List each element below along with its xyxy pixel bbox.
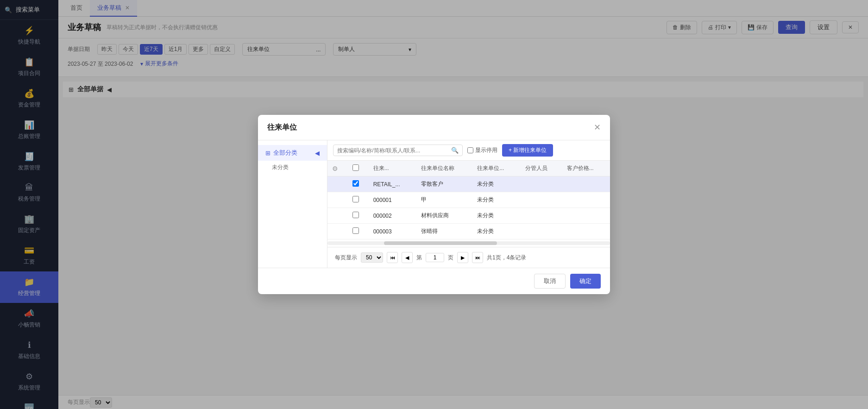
dialog-toolbar: 🔍 显示停用 + 新增往来单位 [327,140,610,161]
per-page-label: 每页显示 [335,254,357,262]
dialog-left-panel: ⊞ 全部分类 ◀ 未分类 [258,140,327,268]
show-disabled-label: 显示停用 [475,146,497,154]
row-manager [521,176,562,192]
row-code: 000003 [369,224,416,239]
cancel-button[interactable]: 取消 [534,274,566,289]
row-code: 000002 [369,208,416,224]
all-category-label: 全部分类 [273,149,297,157]
table-row[interactable]: 000003 张晴得 未分类 [327,224,610,239]
row-select-checkbox[interactable] [352,227,359,234]
dialog-header: 往来单位 ✕ [258,115,610,140]
row-price [562,224,610,239]
row-manager [521,224,562,239]
row-gear [327,176,348,192]
scrollbar-thumb[interactable] [384,241,497,245]
table-header: ⚙ 往来... 往来单位名称 往来单位... 分管人员 客户价格... [327,161,610,176]
search-box[interactable]: 🔍 [333,145,463,156]
select-all-checkbox[interactable] [352,164,359,171]
table-row[interactable]: RETAIL_... 零散客户 未分类 [327,176,610,192]
row-name: 材料供应商 [416,208,473,224]
table-row[interactable]: 000002 材料供应商 未分类 [327,208,610,224]
dialog-right-panel: 🔍 显示停用 + 新增往来单位 ⚙ [327,140,610,268]
first-page-button[interactable]: ⏮ [387,252,398,263]
row-code: RETAIL_... [369,176,416,192]
search-input[interactable] [337,147,448,154]
add-partner-button[interactable]: + 新增往来单位 [502,144,553,157]
uncategorized-item[interactable]: 未分类 [258,161,327,174]
disabled-checkbox[interactable] [467,147,473,153]
row-name: 零散客户 [416,176,473,192]
next-page-button[interactable]: ▶ [457,252,468,263]
table-scroll[interactable]: ⚙ 往来... 往来单位名称 往来单位... 分管人员 客户价格... [327,161,610,239]
horizontal-scrollbar[interactable] [327,241,610,245]
row-gear [327,208,348,224]
page-label-after: 页 [448,254,453,262]
last-page-button[interactable]: ⏭ [472,252,483,263]
row-gear [327,192,348,208]
row-checkbox[interactable] [348,208,369,224]
all-category-item[interactable]: ⊞ 全部分类 ◀ [258,145,327,161]
search-icon: 🔍 [451,147,459,154]
uncategorized-label: 未分类 [272,164,289,170]
row-gear [327,224,348,239]
show-disabled-checkbox[interactable]: 显示停用 [467,146,497,154]
partner-dialog: 往来单位 ✕ ⊞ 全部分类 ◀ 未分类 [258,115,610,294]
row-manager [521,208,562,224]
pagination-bar: 每页显示 50 ⏮ ◀ 第 页 ▶ ⏭ 共1页，4条记录 [327,247,610,268]
grid-icon: ⊞ [265,150,270,157]
row-category: 未分类 [472,208,520,224]
col-gear[interactable]: ⚙ [327,161,348,176]
row-select-checkbox[interactable] [352,180,359,187]
col-price[interactable]: 客户价格... [562,161,610,176]
table-body: RETAIL_... 零散客户 未分类 000001 甲 [327,176,610,239]
row-name: 甲 [416,192,473,208]
dialog-overlay[interactable]: 往来单位 ✕ ⊞ 全部分类 ◀ 未分类 [0,0,868,409]
col-name[interactable]: 往来单位名称 [416,161,473,176]
row-checkbox[interactable] [348,224,369,239]
page-number-input[interactable] [426,253,444,262]
prev-page-button[interactable]: ◀ [402,252,413,263]
table-header-row: ⚙ 往来... 往来单位名称 往来单位... 分管人员 客户价格... [327,161,610,176]
row-name: 张晴得 [416,224,473,239]
row-price [562,208,610,224]
collapse-icon: ◀ [315,150,320,157]
dialog-body: ⊞ 全部分类 ◀ 未分类 🔍 显示停用 [258,140,610,268]
row-price [562,192,610,208]
row-checkbox[interactable] [348,192,369,208]
dialog-footer: 取消 确定 [258,268,610,294]
col-code[interactable]: 往来... [369,161,416,176]
partner-table: ⚙ 往来... 往来单位名称 往来单位... 分管人员 客户价格... [327,161,610,239]
per-page-select[interactable]: 50 [361,252,383,263]
row-category: 未分类 [472,192,520,208]
row-manager [521,192,562,208]
row-checkbox[interactable] [348,176,369,192]
row-select-checkbox[interactable] [352,212,359,218]
row-price [562,176,610,192]
table-row[interactable]: 000001 甲 未分类 [327,192,610,208]
dialog-close-button[interactable]: ✕ [594,122,601,132]
col-manager[interactable]: 分管人员 [521,161,562,176]
dialog-title: 往来单位 [267,123,297,132]
row-code: 000001 [369,192,416,208]
confirm-button[interactable]: 确定 [570,274,601,289]
total-label: 共1页，4条记录 [487,254,526,262]
page-label-before: 第 [416,254,422,262]
row-select-checkbox[interactable] [352,196,359,202]
col-checkbox[interactable] [348,161,369,176]
col-category[interactable]: 往来单位... [472,161,520,176]
row-category: 未分类 [472,176,520,192]
row-category: 未分类 [472,224,520,239]
